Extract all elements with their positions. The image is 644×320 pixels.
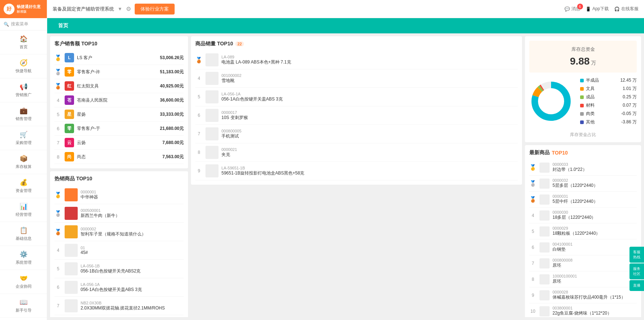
avatar: 云: [65, 138, 74, 147]
product-code: 0000001: [81, 190, 184, 194]
product-image: [539, 194, 550, 205]
product-image: [205, 146, 219, 159]
product-code: 0000031: [553, 194, 637, 198]
customer-name: 零售客户-于: [77, 126, 157, 132]
product-code: 0000021: [221, 147, 518, 152]
dropdown-arrow-icon[interactable]: ▼: [118, 6, 122, 12]
product-code: 000500001: [81, 208, 184, 213]
product-image: [539, 258, 550, 268]
product-code: LA-59651-1B: [221, 166, 518, 170]
product-name: 10S 变刺罗猴: [221, 115, 518, 121]
headset-icon: 🎧: [614, 7, 620, 12]
product-image: [539, 290, 550, 300]
trial-button[interactable]: 体验行业方案: [135, 4, 175, 15]
customer-service-button[interactable]: 客服热线: [629, 247, 644, 263]
sidebar-item-operations[interactable]: 📊 经营管理: [0, 198, 47, 222]
nav-label-quicknav: 快捷导航: [16, 68, 32, 74]
community-button[interactable]: 服务社区: [629, 263, 644, 279]
rank-number: 6: [54, 285, 62, 290]
logo-icon: 好: [4, 4, 15, 15]
list-item: 4 0000030 18多层（1220*2440）: [529, 208, 637, 223]
product-code: NB2.0X30B: [81, 301, 184, 305]
product-info: 01 45#: [81, 246, 184, 255]
product-name: 雪地靴: [221, 78, 518, 84]
customer-name: 尚态: [77, 154, 159, 160]
settings-icon[interactable]: ⚙: [126, 5, 131, 12]
home-tab[interactable]: 首页: [54, 22, 72, 29]
livestream-button[interactable]: 直播: [629, 280, 644, 291]
messages-button[interactable]: 💬 消息 6: [564, 6, 580, 12]
product-name: 智利车子里（规格不知道填什么）: [81, 231, 184, 237]
list-item: 🥉 0000031 5层中纤（1220*2440）: [529, 192, 637, 208]
product-code: 0000033: [553, 162, 637, 167]
product-name: 18颗粒板（1220*2440）: [553, 230, 637, 237]
sidebar-item-collab[interactable]: 🤝 企业协同: [0, 270, 47, 294]
product-info: 0000001 中华神器: [81, 190, 184, 200]
product-code: 003800001: [553, 306, 637, 310]
customer-name: 零售客户-许: [77, 69, 157, 75]
product-code: 0000002: [81, 227, 184, 231]
sidebar-item-system[interactable]: ⚙️ 系统管理: [0, 246, 47, 270]
sidebar-item-sales[interactable]: 💼 销售管理: [0, 102, 47, 126]
top-selling-title: 商品销量 TOP10 22: [195, 41, 518, 47]
list-item: 6 LA-056-1A 056-1A白色按键开关盖ABS 3克: [54, 278, 184, 297]
sidebar-item-home[interactable]: 🏠 首页: [0, 30, 47, 54]
legend-value: -0.05 万: [621, 111, 637, 117]
sidebar-item-inventory[interactable]: 📦 库存核算: [0, 150, 47, 174]
legend-item: 材料 0.07 万: [580, 101, 637, 110]
middle-column: 商品销量 TOP10 22 🥉 LA-089 电池盖 LA-089 ABS本色+…: [191, 36, 522, 317]
list-item: 8 10000100001 原坯: [529, 271, 637, 287]
avatar: L: [65, 53, 74, 62]
logo-badge: 标准版: [17, 9, 41, 14]
product-image: [205, 53, 219, 66]
product-info: 000800005 手机测试: [221, 129, 518, 139]
customer-amount: 7,680.00元: [162, 140, 184, 146]
sidebar-item-guide[interactable]: 📖 新手引导: [0, 294, 47, 318]
list-item: 4 01 45#: [54, 241, 184, 260]
message-badge: 6: [577, 4, 583, 9]
list-item: 10 003800001 22g鱼豆腐-烧烤味（1*12*20）: [529, 303, 637, 317]
legend-value: 0.25 万: [623, 94, 637, 100]
product-name: 22g鱼豆腐-烧烤味（1*12*20）: [553, 310, 637, 316]
list-item: 6 0000017 10S 变刺罗猴: [195, 106, 518, 125]
nav-label-home: 首页: [20, 44, 28, 50]
sidebar-item-marketing[interactable]: 📢 营销推广: [0, 78, 47, 102]
product-name: 手机测试: [221, 133, 518, 139]
product-code: 0000032: [553, 178, 637, 182]
product-code: 004100001: [553, 242, 637, 246]
donut-legend: 半成品 12.45 万 文具 1.01 万 成品 0.25 万: [580, 76, 637, 126]
product-info: 0000031 5层中纤（1220*2440）: [553, 194, 637, 205]
nav-label-purchase: 采购管理: [16, 140, 32, 145]
product-info: 0000030 18多层（1220*2440）: [553, 210, 637, 221]
operations-icon: 📊: [20, 202, 28, 210]
sidebar-item-basic[interactable]: 📋 基础信息: [0, 222, 47, 246]
medal-icon: 🥇: [54, 54, 62, 61]
online-service-button[interactable]: 🎧 在线客服: [614, 6, 639, 12]
chart-footer-label: 库存资金占比: [529, 130, 637, 138]
app-download-button[interactable]: 📱 App下载: [586, 6, 609, 12]
customer-name: LS 客户: [77, 55, 157, 61]
product-code: 001000002: [221, 73, 518, 78]
sidebar-search[interactable]: 🔍 搜索菜单: [0, 18, 47, 30]
sidebar-item-finance[interactable]: 💰 资金管理: [0, 174, 47, 198]
sidebar-item-quicknav[interactable]: 🧭 快捷导航: [0, 54, 47, 78]
customer-amount: 40,925.00元: [160, 83, 184, 89]
product-info: 0000002 智利车子里（规格不知道填什么）: [81, 227, 184, 237]
list-item: 6 零 零售客户-于 21,680.00元: [54, 122, 184, 136]
list-item: 5 星 星扬 33,333.00元: [54, 107, 184, 122]
rank-number: 4: [54, 248, 62, 253]
logo-text-area: 畅捷通好生意 标准版: [17, 4, 41, 14]
product-code: LA-056-1A: [221, 92, 518, 96]
search-icon: 🔍: [4, 22, 9, 27]
list-item: 8 尚 尚态 7,563.00元: [54, 150, 184, 164]
rank-number: 4: [195, 76, 203, 81]
product-image: [65, 188, 78, 201]
customer-amount: 53,006.26元: [160, 55, 184, 61]
sidebar-item-purchase[interactable]: 🛒 采购管理: [0, 126, 47, 150]
product-info: 0000029 18颗粒板（1220*2440）: [553, 226, 637, 237]
customer-name: 云扬: [77, 140, 159, 146]
sidebar-nav: 🏠 首页 🧭 快捷导航 📢 营销推广 💼 销售管理 🛒 采购管理 📦 库存核算 …: [0, 30, 47, 320]
nav-label-system: 系统管理: [16, 260, 32, 265]
inventory-label: 库存总资金: [535, 46, 631, 53]
nav-label-basic: 基础信息: [16, 236, 32, 241]
